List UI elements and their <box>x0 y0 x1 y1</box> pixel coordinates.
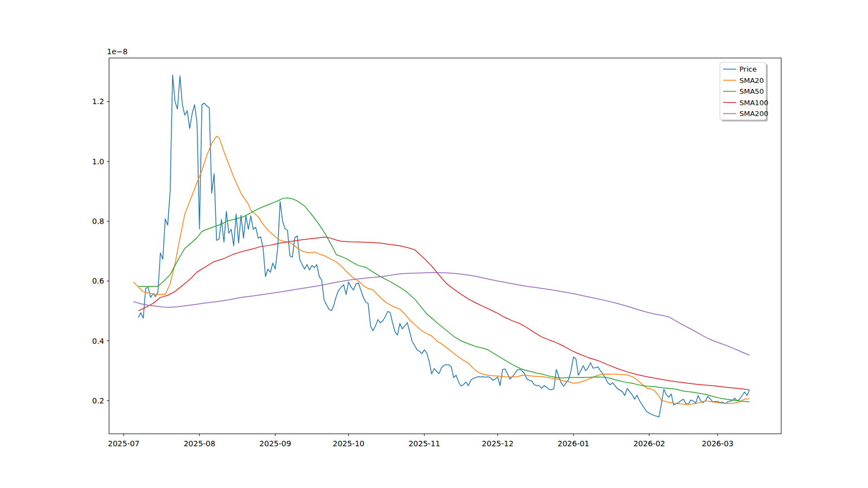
x-tick-label: 2026-02 <box>633 439 665 448</box>
x-tick-label: 2025-09 <box>259 439 291 448</box>
x-tick-label: 2025-08 <box>183 439 215 448</box>
y-tick-label: 0.2 <box>92 396 104 405</box>
x-tick-label: 2025-07 <box>108 439 140 448</box>
price-sma-chart-figure: 2025-072025-082025-092025-102025-112025-… <box>0 0 868 488</box>
legend-label-price: Price <box>739 65 757 73</box>
legend-label-sma200: SMA200 <box>739 110 768 118</box>
y-tick-label: 1.0 <box>92 157 104 166</box>
y-axis-offset-label: 1e−8 <box>107 47 127 56</box>
x-tick-label: 2026-01 <box>558 439 590 448</box>
legend-label-sma100: SMA100 <box>739 99 768 107</box>
x-tick-label: 2026-03 <box>702 439 734 448</box>
x-tick-label: 2025-10 <box>333 439 365 448</box>
legend: PriceSMA20SMA50SMA100SMA200 <box>720 62 768 121</box>
x-tick-label: 2025-12 <box>482 439 514 448</box>
chart-canvas: 2025-072025-082025-092025-102025-112025-… <box>0 0 868 488</box>
y-tick-label: 0.4 <box>92 337 104 345</box>
legend-label-sma20: SMA20 <box>739 76 764 85</box>
y-tick-label: 0.8 <box>92 217 104 226</box>
x-tick-label: 2025-11 <box>409 439 441 448</box>
y-tick-label: 1.2 <box>92 97 104 106</box>
legend-label-sma50: SMA50 <box>739 87 764 95</box>
y-tick-label: 0.6 <box>92 277 104 285</box>
